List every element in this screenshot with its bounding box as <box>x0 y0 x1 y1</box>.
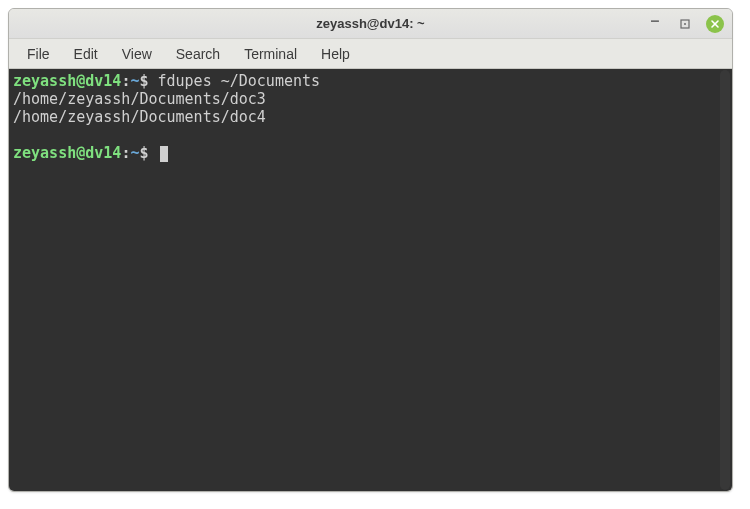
terminal-body[interactable]: zeyassh@dv14:~$ fdupes ~/Documents/home/… <box>9 69 732 491</box>
menubar: File Edit View Search Terminal Help <box>9 39 732 69</box>
menu-search[interactable]: Search <box>164 42 232 66</box>
maximize-icon <box>680 19 690 29</box>
close-button[interactable] <box>706 15 724 33</box>
titlebar[interactable]: zeyassh@dv14: ~ – <box>9 9 732 39</box>
menu-terminal[interactable]: Terminal <box>232 42 309 66</box>
menu-help[interactable]: Help <box>309 42 362 66</box>
minimize-button[interactable]: – <box>646 15 664 33</box>
cursor <box>160 146 168 162</box>
window-controls: – <box>646 9 724 39</box>
menu-edit[interactable]: Edit <box>62 42 110 66</box>
terminal-line: /home/zeyassh/Documents/doc3 <box>13 90 728 108</box>
output-text: /home/zeyassh/Documents/doc3 <box>13 90 266 108</box>
output-text: /home/zeyassh/Documents/doc4 <box>13 108 266 126</box>
terminal-line: /home/zeyassh/Documents/doc4 <box>13 108 728 126</box>
scrollbar[interactable] <box>719 70 731 490</box>
svg-point-1 <box>684 23 686 25</box>
command-text: fdupes ~/Documents <box>148 72 320 90</box>
window-title: zeyassh@dv14: ~ <box>316 16 424 31</box>
prompt-user: zeyassh@dv14 <box>13 72 121 90</box>
prompt-user: zeyassh@dv14 <box>13 144 121 162</box>
terminal-line: zeyassh@dv14:~$ fdupes ~/Documents <box>13 72 728 90</box>
maximize-button[interactable] <box>676 15 694 33</box>
terminal-window: zeyassh@dv14: ~ – File Edit View Search … <box>8 8 733 492</box>
scroll-thumb[interactable] <box>720 70 730 490</box>
terminal-line: zeyassh@dv14:~$ <box>13 144 728 162</box>
menu-file[interactable]: File <box>15 42 62 66</box>
close-icon <box>710 19 720 29</box>
terminal-line <box>13 126 728 144</box>
menu-view[interactable]: View <box>110 42 164 66</box>
